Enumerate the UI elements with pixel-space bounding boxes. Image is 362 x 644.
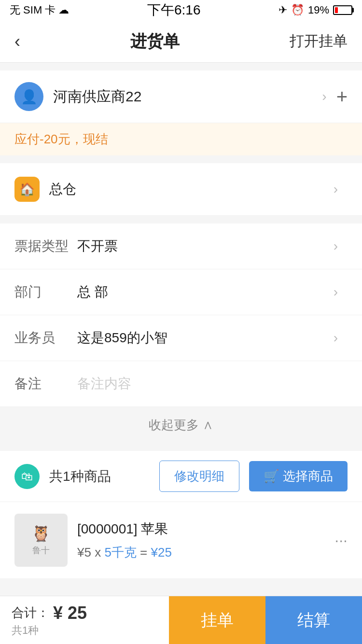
field-row-dept[interactable]: 部门 总 部 › <box>0 269 362 315</box>
total-amount: ¥ 25 <box>53 603 87 623</box>
product-thumb-label: 鲁十 <box>32 545 50 556</box>
section-gap-1 <box>0 63 362 70</box>
nav-bar: ‹ 进货单 打开挂单 <box>0 20 362 63</box>
field-value-salesperson: 这是859的小智 <box>77 329 334 347</box>
sim-status: 无 SIM 卡 ☁ <box>10 3 69 17</box>
open-hang-button[interactable]: 打开挂单 <box>290 31 348 51</box>
section-gap-4 <box>0 443 362 451</box>
edit-detail-button[interactable]: 修改明细 <box>159 461 239 492</box>
status-right: ✈ ⏰ 19% <box>278 4 352 16</box>
product-item: 🦉 鲁十 [0000001] 苹果 ¥5 x 5千克 = ¥25 ··· <box>0 502 362 578</box>
collapse-row[interactable]: 收起更多 ∧ <box>0 407 362 443</box>
field-label-ticket: 票据类型 <box>14 237 77 255</box>
product-equal: = <box>140 545 151 560</box>
field-value-remark: 备注内容 <box>77 375 348 393</box>
fields-section: 票据类型 不开票 › 部门 总 部 › 业务员 这是859的小智 › 备注 备注… <box>0 224 362 407</box>
product-price: ¥5 x 5千克 = ¥25 <box>77 544 325 561</box>
supplier-avatar: 👤 <box>14 82 43 111</box>
product-quantity: 5千克 <box>104 545 136 560</box>
product-total: ¥25 <box>151 545 172 560</box>
select-product-label: 选择商品 <box>283 468 333 485</box>
salesperson-chevron-icon: › <box>334 330 338 346</box>
status-time: 下午6:16 <box>147 1 201 19</box>
warehouse-chevron-icon: › <box>334 182 338 197</box>
total-section: 合计： ¥ 25 共1种 <box>0 596 169 644</box>
avatar-icon: 👤 <box>21 89 38 105</box>
hang-button[interactable]: 挂单 <box>169 596 265 644</box>
supplier-row[interactable]: 👤 河南供应商22 › + <box>0 70 362 123</box>
alarm-icon: ⏰ <box>291 4 304 16</box>
add-button[interactable]: + <box>336 86 348 108</box>
product-unit-price: ¥5 x <box>77 545 104 560</box>
status-bar: 无 SIM 卡 ☁ 下午6:16 ✈ ⏰ 19% <box>0 0 362 20</box>
total-label-text: 合计： <box>12 604 49 621</box>
ticket-chevron-icon: › <box>334 238 338 254</box>
product-thumbnail: 🦉 鲁十 <box>14 514 68 567</box>
total-label: 合计： ¥ 25 <box>12 603 157 623</box>
supplier-name: 河南供应商22 <box>53 87 322 107</box>
warehouse-name: 总仓 <box>49 180 334 198</box>
battery-icon <box>333 5 352 15</box>
supplier-chevron-icon: › <box>322 89 326 104</box>
field-label-dept: 部门 <box>14 283 77 301</box>
select-product-icon: 🛒 <box>264 469 279 484</box>
dept-chevron-icon: › <box>334 284 338 300</box>
product-name: [0000001] 苹果 <box>77 520 325 538</box>
section-gap-2 <box>0 155 362 163</box>
cart-icon: 🛍 <box>21 470 33 483</box>
supplier-section: 👤 河南供应商22 › + 应付-20元，现结 <box>0 70 362 155</box>
product-header: 🛍 共1种商品 修改明细 🛒 选择商品 <box>0 451 362 502</box>
product-thumb-icon: 🦉 <box>31 524 51 543</box>
warehouse-section: 🏠 总仓 › <box>0 163 362 216</box>
field-row-remark[interactable]: 备注 备注内容 <box>0 361 362 407</box>
product-more-button[interactable]: ··· <box>334 532 348 549</box>
product-count-icon: 🛍 <box>14 464 40 489</box>
section-gap-3 <box>0 216 362 224</box>
warehouse-icon: 🏠 <box>14 177 40 202</box>
field-value-ticket: 不开票 <box>77 237 334 255</box>
checkout-button[interactable]: 结算 <box>265 596 362 644</box>
page-title: 进货单 <box>130 30 180 53</box>
field-row-ticket[interactable]: 票据类型 不开票 › <box>0 224 362 269</box>
field-value-dept: 总 部 <box>77 283 334 301</box>
back-button[interactable]: ‹ <box>14 31 20 52</box>
bottom-bar: 合计： ¥ 25 共1种 挂单 结算 <box>0 596 362 644</box>
product-count-label: 共1种商品 <box>49 467 150 486</box>
total-count: 共1种 <box>12 623 157 638</box>
supplier-alert: 应付-20元，现结 <box>0 123 362 155</box>
battery-percent: 19% <box>308 4 329 16</box>
location-icon: ✈ <box>278 4 287 16</box>
warehouse-row[interactable]: 🏠 总仓 › <box>0 163 362 216</box>
select-product-button[interactable]: 🛒 选择商品 <box>249 461 348 491</box>
product-info: [0000001] 苹果 ¥5 x 5千克 = ¥25 <box>77 520 325 561</box>
status-left: 无 SIM 卡 ☁ <box>10 3 69 17</box>
field-row-salesperson[interactable]: 业务员 这是859的小智 › <box>0 315 362 361</box>
field-label-salesperson: 业务员 <box>14 329 77 347</box>
field-label-remark: 备注 <box>14 375 77 393</box>
